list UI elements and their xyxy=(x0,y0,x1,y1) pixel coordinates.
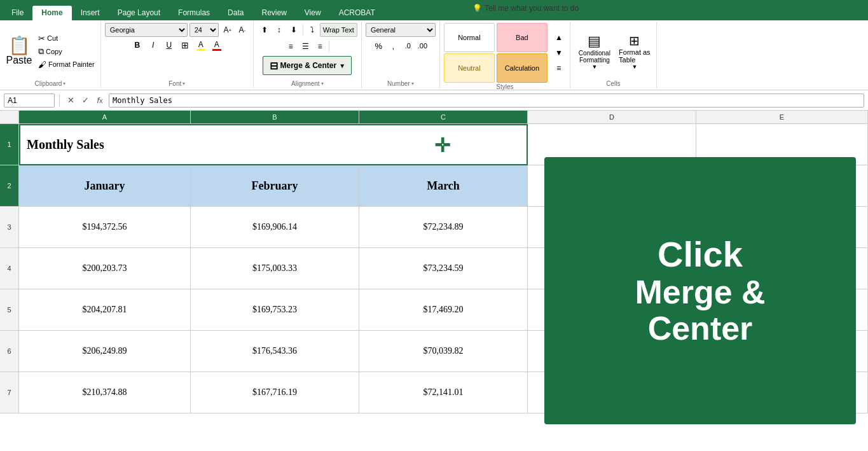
wrap-text-label: Wrap Text xyxy=(323,26,354,34)
clipboard-expand-icon[interactable]: ▾ xyxy=(63,81,65,87)
style-calculation-button[interactable]: Calculation xyxy=(497,53,548,83)
cell-C7[interactable]: $72,141.01 xyxy=(359,372,528,413)
cell-B6[interactable]: $176,543.36 xyxy=(191,331,359,372)
styles-scroll-up[interactable]: ▲ xyxy=(552,31,566,45)
conditional-formatting-button[interactable]: ▤ ConditionalFormatting ▼ xyxy=(574,29,615,74)
copy-button[interactable]: ⧉ Copy xyxy=(36,45,97,58)
style-neutral-button[interactable]: Neutral xyxy=(444,53,495,83)
tell-me-bar[interactable]: 💡 Tell me what you want to do xyxy=(472,4,579,13)
styles-scroll-down[interactable]: ▼ xyxy=(552,46,566,60)
format-as-table-button[interactable]: ⊞ Format asTable ▼ xyxy=(617,29,652,74)
cell-A5[interactable]: $204,207.81 xyxy=(19,289,191,331)
merge-center-button[interactable]: ⊟ Merge & Center ▼ xyxy=(263,56,352,75)
font-expand-icon[interactable]: ▾ xyxy=(183,81,185,87)
row-num-7: 7 xyxy=(0,372,19,413)
fill-color-button[interactable]: A xyxy=(194,38,208,52)
cell-A4-value: $200,203.73 xyxy=(83,263,127,274)
font-group: Georgia 24 A+ A- B I U ⊞ xyxy=(101,22,254,88)
style-bad-button[interactable]: Bad xyxy=(497,23,548,52)
comma-button[interactable]: , xyxy=(386,39,400,53)
wrap-text-button[interactable]: Wrap Text xyxy=(320,23,357,37)
row-num-3: 3 xyxy=(0,207,19,248)
tab-acrobat[interactable]: ACROBAT xyxy=(330,6,384,20)
conditional-dropdown[interactable]: ▼ xyxy=(591,64,597,70)
align-middle-button[interactable]: ↕ xyxy=(272,23,286,37)
font-family-select[interactable]: Georgia xyxy=(105,23,188,37)
cell-A7[interactable]: $210,374.88 xyxy=(19,372,191,413)
lightbulb-icon: 💡 xyxy=(472,4,482,13)
number-group-label: Number xyxy=(387,80,410,87)
font-size-select[interactable]: 24 xyxy=(189,23,219,37)
cell-B2[interactable]: February xyxy=(191,165,359,207)
decrease-font-button[interactable]: A- xyxy=(235,23,249,37)
align-left-button[interactable]: ≡ xyxy=(284,39,298,53)
cell-reference-box[interactable]: A1 xyxy=(4,94,55,108)
tab-data[interactable]: Data xyxy=(219,6,252,20)
cell-A2[interactable]: January xyxy=(19,165,191,207)
align-right-button[interactable]: ≡ xyxy=(313,39,327,53)
wrap-icon[interactable]: ⤵ xyxy=(305,23,319,37)
alignment-expand-icon[interactable]: ▾ xyxy=(321,81,324,87)
cell-B4[interactable]: $175,003.33 xyxy=(191,248,359,289)
col-header-A[interactable]: A xyxy=(19,111,191,123)
alignment-group-label: Alignment xyxy=(291,80,319,87)
number-group: General % , .0 .00 Number ▾ xyxy=(362,22,440,88)
decrease-decimal-button[interactable]: .00 xyxy=(415,39,429,53)
table-dropdown[interactable]: ▼ xyxy=(631,64,637,70)
cell-B2-value: February xyxy=(252,179,298,193)
paintbrush-icon: 🖌 xyxy=(38,60,46,69)
col-header-D[interactable]: D xyxy=(528,111,696,123)
underline-button[interactable]: U xyxy=(162,38,176,52)
table-icon: ⊞ xyxy=(629,33,640,48)
bold-button[interactable]: B xyxy=(130,38,144,52)
neutral-label: Neutral xyxy=(458,64,480,72)
cell-B5[interactable]: $169,753.23 xyxy=(191,289,359,331)
paste-button[interactable]: 📋 Paste xyxy=(4,29,34,74)
format-painter-button[interactable]: 🖌 Format Painter xyxy=(36,59,97,71)
cell-C4[interactable]: $73,234.59 xyxy=(359,248,528,289)
cell-C3[interactable]: $72,234.89 xyxy=(359,207,528,248)
align-bottom-button[interactable]: ⬇ xyxy=(287,23,301,37)
confirm-formula-button[interactable]: ✓ xyxy=(79,94,92,107)
tab-insert[interactable]: Insert xyxy=(72,6,109,20)
cell-B7[interactable]: $167,716.19 xyxy=(191,372,359,413)
col-header-B[interactable]: B xyxy=(191,111,359,123)
cell-B3[interactable]: $169,906.14 xyxy=(191,207,359,248)
italic-button[interactable]: I xyxy=(146,38,160,52)
col-header-E[interactable]: E xyxy=(696,111,868,123)
merge-icon: ⊟ xyxy=(270,60,278,72)
increase-font-button[interactable]: A+ xyxy=(221,23,235,37)
col-header-C[interactable]: C xyxy=(359,111,528,123)
cell-C7-value: $72,141.01 xyxy=(424,387,464,398)
align-center-button[interactable]: ☰ xyxy=(298,39,312,53)
cell-B5-value: $169,753.23 xyxy=(252,305,297,315)
tab-home[interactable]: Home xyxy=(32,6,71,20)
tab-formulas[interactable]: Formulas xyxy=(169,6,219,20)
tab-review[interactable]: Review xyxy=(252,6,295,20)
styles-more[interactable]: ≡ xyxy=(552,61,566,75)
cell-A1[interactable]: Monthly Sales ✛ xyxy=(19,124,528,165)
number-format-select[interactable]: General xyxy=(366,23,436,37)
formula-input[interactable] xyxy=(109,94,864,108)
cell-C6[interactable]: $70,039.82 xyxy=(359,331,528,372)
merge-dropdown-icon[interactable]: ▼ xyxy=(339,62,345,69)
font-color-button[interactable]: A xyxy=(210,38,224,52)
cell-A6[interactable]: $206,249.89 xyxy=(19,331,191,372)
cut-button[interactable]: ✂ Cut xyxy=(36,32,97,45)
tab-page-layout[interactable]: Page Layout xyxy=(109,6,169,20)
cell-C2[interactable]: March xyxy=(359,165,528,207)
number-expand-icon[interactable]: ▾ xyxy=(411,81,414,87)
cell-C5[interactable]: $17,469.20 xyxy=(359,289,528,331)
increase-decimal-button[interactable]: .0 xyxy=(401,39,415,53)
border-button[interactable]: ⊞ xyxy=(178,38,192,52)
cell-C2-value: March xyxy=(427,179,460,193)
tab-file[interactable]: File xyxy=(3,6,32,20)
cancel-formula-button[interactable]: ✕ xyxy=(64,94,77,107)
insert-function-button[interactable]: fx xyxy=(93,94,106,107)
align-top-button[interactable]: ⬆ xyxy=(258,23,272,37)
tab-view[interactable]: View xyxy=(296,6,330,20)
style-normal-button[interactable]: Normal xyxy=(444,23,495,52)
cell-A4[interactable]: $200,203.73 xyxy=(19,248,191,289)
percent-button[interactable]: % xyxy=(371,39,385,53)
cell-A3[interactable]: $194,372.56 xyxy=(19,207,191,248)
